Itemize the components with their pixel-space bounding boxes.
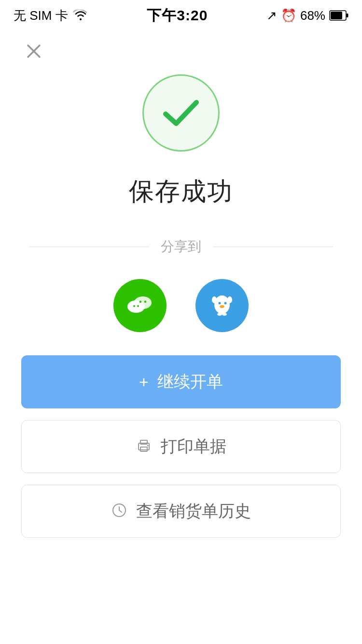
- divider-right: [213, 247, 333, 247]
- location-icon: ↗: [266, 8, 277, 23]
- svg-point-19: [217, 313, 222, 316]
- printer-icon: [136, 437, 152, 456]
- svg-point-7: [139, 301, 141, 303]
- battery-percent: 68%: [300, 8, 325, 23]
- svg-point-16: [220, 305, 224, 308]
- no-sim-label: 无 SIM 卡: [14, 7, 68, 24]
- alarm-icon: ⏰: [281, 8, 296, 23]
- continue-button[interactable]: + 继续开单: [21, 355, 341, 408]
- share-label: 分享到: [149, 238, 213, 256]
- print-label: 打印单据: [161, 435, 226, 458]
- history-button[interactable]: 查看销货单历史: [21, 485, 341, 538]
- svg-point-17: [212, 296, 217, 303]
- svg-point-24: [147, 445, 149, 446]
- continue-label: 继续开单: [157, 371, 223, 393]
- actions-section: + 继续开单 打印单据: [0, 355, 362, 538]
- close-icon: [25, 42, 42, 60]
- qq-share-button[interactable]: [195, 279, 249, 332]
- main-content: 保存成功 分享到: [0, 31, 362, 538]
- svg-point-18: [227, 296, 232, 303]
- print-button[interactable]: 打印单据: [21, 420, 341, 473]
- divider-left: [29, 247, 149, 247]
- svg-line-27: [119, 510, 122, 512]
- battery-icon: [329, 10, 348, 21]
- status-left: 无 SIM 卡: [14, 7, 88, 24]
- svg-point-9: [133, 305, 135, 307]
- divider-row: 分享到: [0, 238, 362, 256]
- svg-point-14: [219, 302, 221, 305]
- qq-icon: [207, 290, 237, 321]
- status-time: 下午3:20: [147, 6, 208, 26]
- clock-icon: [111, 502, 127, 521]
- share-icons-row: [113, 279, 249, 332]
- svg-point-15: [224, 302, 227, 305]
- svg-rect-2: [331, 12, 342, 19]
- svg-point-11: [214, 295, 230, 314]
- status-bar: 无 SIM 卡 下午3:20 ↗ ⏰ 68%: [0, 0, 362, 31]
- wechat-share-button[interactable]: [113, 279, 167, 332]
- svg-point-10: [137, 305, 139, 307]
- share-section: 分享到: [0, 238, 362, 332]
- wechat-icon: [125, 290, 155, 321]
- success-circle: [142, 74, 220, 152]
- svg-point-20: [222, 313, 227, 316]
- svg-rect-23: [140, 447, 147, 451]
- success-title: 保存成功: [129, 175, 233, 209]
- svg-rect-1: [346, 14, 348, 17]
- svg-point-6: [134, 296, 152, 309]
- wifi-icon: [73, 10, 88, 21]
- svg-point-8: [144, 301, 146, 303]
- plus-icon: +: [139, 374, 149, 390]
- checkmark-icon: [162, 98, 200, 127]
- status-right: ↗ ⏰ 68%: [266, 8, 348, 23]
- close-button[interactable]: [21, 39, 46, 64]
- history-label: 查看销货单历史: [136, 500, 251, 522]
